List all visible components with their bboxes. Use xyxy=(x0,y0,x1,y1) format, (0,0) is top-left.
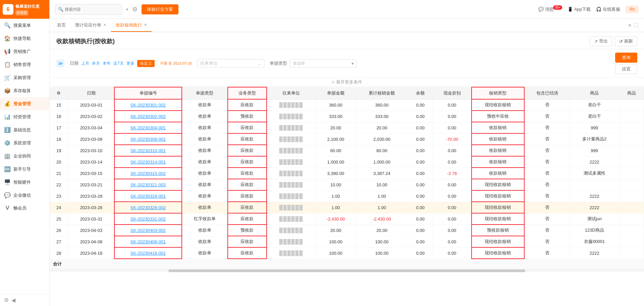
collapse-icon[interactable]: ◀ xyxy=(11,297,15,303)
sidebar-item-member[interactable]: V畅会员 xyxy=(0,202,49,215)
query-button[interactable]: 查询 xyxy=(615,53,637,63)
cell-12-2[interactable]: SK-20230408-001 xyxy=(114,236,182,247)
cell-6-2[interactable]: SK-20230315-002 xyxy=(114,168,182,179)
date-filter-group: 日期 上月 本月 本年 近7天 更多 自定义 xyxy=(70,60,155,67)
user-badge[interactable]: Rit xyxy=(626,6,639,13)
sidebar-item-marketing[interactable]: 📢营销推广 xyxy=(0,45,49,58)
search-input[interactable] xyxy=(65,7,119,12)
sidebar-item-inventory[interactable]: 📦库存核算 xyxy=(0,84,49,97)
tab-close-receipts[interactable]: ✕ xyxy=(144,23,147,27)
cell-6-11: 否 xyxy=(524,168,570,179)
last-month-link[interactable]: 上月 xyxy=(81,61,89,66)
table-row: 222023-03-21SK-20230321-003收款单应收款██████1… xyxy=(50,179,644,190)
gear-icon[interactable]: ⚙ xyxy=(132,6,138,13)
cell-6-7: 3,387.24 xyxy=(356,168,408,179)
footer-total-label: 合计 xyxy=(50,259,644,269)
close-all-icon[interactable]: ✕ xyxy=(628,23,632,28)
cell-3-11: 否 xyxy=(524,133,570,145)
cell-5-2[interactable]: SK-20230314-001 xyxy=(114,156,182,168)
cell-10-2[interactable]: SK-20230331-002 xyxy=(114,213,182,225)
cell-4-2[interactable]: SK-20230310-001 xyxy=(114,145,182,156)
cell-12-13 xyxy=(619,236,644,247)
receipt-link[interactable]: SK-20230304-001 xyxy=(130,125,166,130)
settings-icon[interactable]: ⚙ xyxy=(4,297,9,303)
sidebar-item-wechat[interactable]: 💬企业微信 xyxy=(0,189,49,202)
receipt-type-select[interactable]: 请选择 ▾ xyxy=(290,59,357,68)
cell-12-8: 0.00 xyxy=(408,236,433,247)
filter-toggle-button[interactable]: ≫ xyxy=(56,59,64,67)
receipt-link[interactable]: SK-20230328-001 xyxy=(130,194,166,199)
cell-10-10: 现结收款核销 xyxy=(472,213,524,225)
this-month-link[interactable]: 本月 xyxy=(92,61,100,66)
expand-icon[interactable]: ⛶ xyxy=(634,23,639,28)
export-button[interactable]: ↗ 导出 xyxy=(590,36,612,46)
receipt-link[interactable]: SK-20230315-002 xyxy=(130,171,166,176)
tab-close-payable[interactable]: ✕ xyxy=(103,23,106,27)
receipt-link[interactable]: SK-20230310-001 xyxy=(130,148,166,153)
app-download-item[interactable]: 📱 App下载 xyxy=(568,6,591,12)
online-service-item[interactable]: 🎧 在线客服 xyxy=(596,6,620,12)
receipt-link[interactable]: SK-20230301-002 xyxy=(130,103,166,108)
logo-name: 畅康道好生意 xyxy=(15,4,40,9)
cell-1-2[interactable]: SK-20230302-002 xyxy=(114,111,182,122)
cell-11-2[interactable]: SK-20230403-002 xyxy=(114,225,182,236)
chevron-down-icon: ▾ xyxy=(126,7,128,12)
receipt-link[interactable]: SK-20230314-001 xyxy=(130,160,166,165)
sidebar-item-sales[interactable]: 📋销售管理 xyxy=(0,58,49,71)
message-item[interactable]: 💬 消息 99+ xyxy=(538,6,562,12)
marketing-icon: 📢 xyxy=(4,48,11,55)
dots-label: ... xyxy=(258,61,261,66)
receipt-link[interactable]: SK-20230308-001 xyxy=(130,137,166,142)
cell-0-7: 360.00 xyxy=(356,99,408,111)
cell-12-1: 2023-04-08 xyxy=(68,236,114,247)
receipt-link[interactable]: SK-20230408-001 xyxy=(130,239,166,244)
receipt-link[interactable]: SK-20230321-003 xyxy=(130,182,166,187)
last7-link[interactable]: 近7天 xyxy=(113,61,124,66)
table-row: 212023-03-15SK-20230315-002收款单应收款██████3… xyxy=(50,168,644,179)
cell-8-2[interactable]: SK-20230328-001 xyxy=(114,190,182,202)
topbar-search-box[interactable]: 🔍 xyxy=(55,4,122,15)
scrollbar-thumb[interactable] xyxy=(168,269,525,272)
sidebar-item-operation[interactable]: 📊经营管理 xyxy=(0,110,49,123)
cell-3-2[interactable]: SK-20230308-001 xyxy=(114,133,182,145)
custom-date-button[interactable]: 自定义 xyxy=(137,60,155,67)
sidebar-item-quick[interactable]: 🏠快捷导航 xyxy=(0,32,49,45)
cell-9-2[interactable]: SK-20230328-002 xyxy=(114,202,182,213)
filter-settings-button[interactable]: 设置 xyxy=(615,64,637,74)
sidebar-item-company[interactable]: 🏢企业协同 xyxy=(0,149,49,163)
tab-home[interactable]: 首页 xyxy=(52,19,70,32)
table-row: 192023-03-10SK-20230310-001收款单应收款██████6… xyxy=(50,145,644,156)
more-link[interactable]: 更多 xyxy=(126,61,135,66)
receipt-link[interactable]: SK-20230418-001 xyxy=(130,251,166,256)
cell-11-10: 预收款核销 xyxy=(472,225,524,236)
sidebar-item-system[interactable]: ⚙️系统管理 xyxy=(0,136,49,149)
cell-1-9: 0.00 xyxy=(433,111,472,122)
cell-0-2[interactable]: SK-20230301-002 xyxy=(114,99,182,111)
cell-1-13 xyxy=(619,111,644,122)
tab-payable[interactable]: 预计应应付单✕ xyxy=(70,19,111,32)
sidebar-item-label-sales: 销售管理 xyxy=(13,62,31,68)
solution-button[interactable]: 体验行业方案 xyxy=(142,4,178,14)
cell-7-2[interactable]: SK-20230321-003 xyxy=(114,179,182,190)
cell-3-9: -70.00 xyxy=(433,133,472,145)
expand-bar[interactable]: ∨ 展开更多条件 xyxy=(50,78,644,87)
cell-11-13 xyxy=(619,225,644,236)
cell-13-2[interactable]: SK-20230418-001 xyxy=(114,247,182,259)
sidebar-item-guide[interactable]: 🆕新手引导 xyxy=(0,163,49,176)
unit-filter[interactable]: 往来单位 ... xyxy=(197,59,264,68)
sidebar-item-hardware[interactable]: 🖥️智能硬件 xyxy=(0,176,49,189)
sidebar-item-purchase[interactable]: 🛒采购管理 xyxy=(0,71,49,84)
table-header: ⚙日期单据编号单据类型业务类型往来单位单据金额累计核销金额余额现金折扣核销类型包… xyxy=(50,87,644,99)
receipt-link[interactable]: SK-20230328-002 xyxy=(130,205,166,210)
refresh-button[interactable]: ↺ 刷新 xyxy=(615,36,637,46)
receipt-link[interactable]: SK-20230331-002 xyxy=(130,217,166,222)
tab-receipts[interactable]: 收款核销执行✕ xyxy=(111,19,152,32)
sidebar-item-basic[interactable]: ℹ️基础信息 xyxy=(0,123,49,136)
cell-6-9: -2.76 xyxy=(433,168,472,179)
receipt-link[interactable]: SK-20230302-002 xyxy=(130,114,166,119)
cell-2-2[interactable]: SK-20230304-001 xyxy=(114,122,182,133)
receipt-link[interactable]: SK-20230403-002 xyxy=(130,228,166,233)
sidebar-item-finance[interactable]: 💰资金管理 xyxy=(0,97,49,110)
this-year-link[interactable]: 本年 xyxy=(103,61,111,66)
sidebar-item-search[interactable]: 🔍搜索菜单 xyxy=(0,19,49,32)
